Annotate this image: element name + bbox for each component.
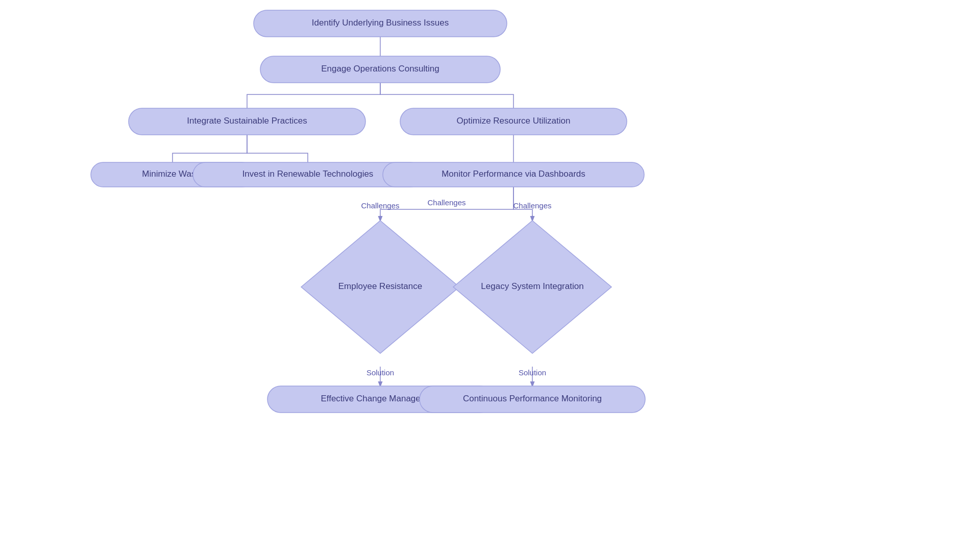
node-monitor-label: Monitor Performance via Dashboards: [442, 169, 585, 179]
node-employee-label: Employee Resistance: [338, 281, 422, 291]
node-engage-label: Engage Operations Consulting: [321, 64, 439, 74]
node-invest-label: Invest in Renewable Technologies: [242, 169, 374, 179]
node-identify-label: Identify Underlying Business Issues: [312, 18, 449, 28]
challenges-label-right: Challenges: [513, 201, 551, 210]
node-legacy-label: Legacy System Integration: [481, 281, 583, 291]
node-optimize-label: Optimize Resource Utilization: [457, 116, 571, 126]
challenges-label-1: Challenges: [427, 198, 465, 207]
solution-label-right: Solution: [519, 368, 546, 377]
node-integrate-label: Integrate Sustainable Practices: [187, 116, 307, 126]
challenges-label-left: Challenges: [361, 201, 399, 210]
solution-label-left: Solution: [366, 368, 394, 377]
node-continuous-label: Continuous Performance Monitoring: [463, 394, 602, 403]
